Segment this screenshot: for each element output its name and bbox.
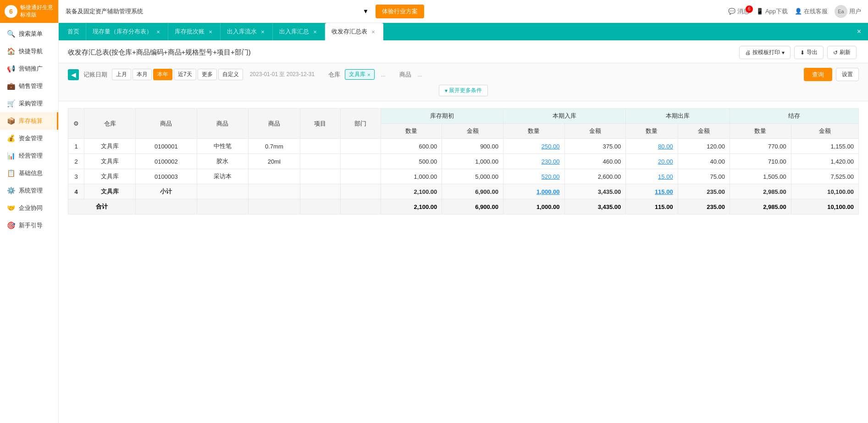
sidebar-item-newbie[interactable]: 🎯 新手引导 xyxy=(0,217,58,234)
export-icon: ⬇ xyxy=(800,49,805,56)
query-btn[interactable]: 查询 xyxy=(804,68,832,81)
tab-receive-summary[interactable]: 收发存汇总表 × xyxy=(325,23,383,40)
th-opening: 库存期初 xyxy=(381,109,503,124)
tab-home[interactable]: 首页 xyxy=(61,23,86,40)
date-btn-this-year[interactable]: 本年 xyxy=(153,69,172,80)
th-balance-amt: 金额 xyxy=(791,124,858,139)
th-balance-qty: 数量 xyxy=(730,124,791,139)
sidebar-item-operations[interactable]: 📊 经营管理 xyxy=(0,147,58,165)
message-action[interactable]: 💬 6 消息 xyxy=(728,7,749,16)
subtotal-out-qty[interactable]: 115.00 xyxy=(626,184,678,199)
sidebar-item-quick-nav[interactable]: 🏠 快捷导航 xyxy=(0,43,58,60)
cell-in-amt: 460.00 xyxy=(564,154,626,169)
subtotal-balance-amt: 10,100.00 xyxy=(791,184,858,199)
tab-flow[interactable]: 出入库流水 × xyxy=(221,23,273,40)
summary-table: ⚙ 仓库 商品 商品 商品 项目 部门 库存期初 本期入库 本期出库 结存 数量 xyxy=(68,108,859,214)
sidebar-item-inventory[interactable]: 📦 库存核算 xyxy=(0,112,58,130)
sales-icon: 💼 xyxy=(7,82,15,90)
sidebar-item-sales[interactable]: 💼 销售管理 xyxy=(0,77,58,95)
cell-in-qty[interactable]: 520.00 xyxy=(503,169,564,184)
cell-product-code: 0100003 xyxy=(136,169,197,184)
tab-inventory-dist[interactable]: 现存量（库存分布表） × xyxy=(86,23,168,40)
cell-product-name: 采访本 xyxy=(197,169,248,184)
cell-product-name: 中性笔 xyxy=(197,139,248,154)
cell-balance-amt: 7,525.00 xyxy=(791,169,858,184)
cell-warehouse: 文具库 xyxy=(84,154,136,169)
app-download-action[interactable]: 📱 App下载 xyxy=(756,7,788,16)
subtotal-in-qty[interactable]: 1,000.00 xyxy=(503,184,564,199)
cell-in-amt: 2,600.00 xyxy=(564,169,626,184)
sidebar-item-basic[interactable]: 📋 基础信息 xyxy=(0,165,58,182)
th-out: 本期出库 xyxy=(626,109,730,124)
date-btn-7days[interactable]: 近7天 xyxy=(174,69,196,80)
th-warehouse: 仓库 xyxy=(84,109,136,139)
operations-icon: 📊 xyxy=(7,152,15,160)
tab-close-flow[interactable]: × xyxy=(260,28,266,35)
date-btn-more[interactable]: 更多 xyxy=(198,69,217,80)
goods-label: 商品 xyxy=(399,71,411,79)
experience-btn[interactable]: 体验行业方案 xyxy=(376,5,424,18)
warehouse-tag: 文具库 × xyxy=(345,69,374,80)
cell-in-qty[interactable]: 250.00 xyxy=(503,139,564,154)
date-btn-custom[interactable]: 自定义 xyxy=(218,69,243,80)
table-total-row: 合计 2,100.00 6,900.00 1,000.00 3,435.00 1… xyxy=(68,199,859,214)
filter-settings-btn[interactable]: 设置 xyxy=(836,68,859,81)
sidebar-item-finance[interactable]: 💰 资金管理 xyxy=(0,130,58,147)
tab-in-out-summary[interactable]: 出入库汇总 × xyxy=(273,23,325,40)
tab-close-batch[interactable]: × xyxy=(207,28,214,35)
search-icon: 🔍 xyxy=(7,30,15,38)
date-btn-last-month[interactable]: 上月 xyxy=(112,69,131,80)
tab-close-receive-summary[interactable]: × xyxy=(370,28,376,35)
total-empty4 xyxy=(300,199,341,214)
th-in: 本期入库 xyxy=(503,109,625,124)
cell-in-qty[interactable]: 230.00 xyxy=(503,154,564,169)
refresh-btn[interactable]: ↺ 刷新 xyxy=(827,46,857,59)
warehouse-tag-close[interactable]: × xyxy=(367,72,370,77)
user-action[interactable]: Ea 用户 xyxy=(835,5,861,18)
cell-out-amt: 120.00 xyxy=(678,139,730,154)
tabbar-close-btn[interactable]: × xyxy=(852,27,866,36)
total-balance-amt: 10,100.00 xyxy=(791,199,858,214)
total-empty1 xyxy=(136,199,197,214)
total-out-amt: 235.00 xyxy=(678,199,730,214)
th-settings: ⚙ xyxy=(68,109,84,139)
sidebar-item-marketing[interactable]: 📢 营销推广 xyxy=(0,60,58,77)
online-service-action[interactable]: 👤 在线客服 xyxy=(795,7,828,16)
sidebar-item-enterprise[interactable]: 🤝 企业协同 xyxy=(0,199,58,217)
cell-out-qty[interactable]: 20.00 xyxy=(626,154,678,169)
total-in-amt: 3,435.00 xyxy=(564,199,626,214)
date-btn-this-month[interactable]: 本月 xyxy=(133,69,152,80)
sidebar-item-search[interactable]: 🔍 搜索菜单 xyxy=(0,25,58,43)
sidebar-item-purchase[interactable]: 🛒 采购管理 xyxy=(0,95,58,112)
cell-opening-qty: 500.00 xyxy=(381,154,442,169)
tab-close-in-out-summary[interactable]: × xyxy=(312,28,318,35)
cell-out-qty[interactable]: 15.00 xyxy=(626,169,678,184)
warehouse-more[interactable]: ... xyxy=(381,71,386,78)
th-product-spec: 商品 xyxy=(248,109,300,139)
system-dropdown[interactable]: ▼ xyxy=(363,8,369,15)
expand-btn[interactable]: ▾ 展开更多条件 xyxy=(439,85,488,96)
table-row: 1 文具库 0100001 中性笔 0.7mm 600.00 900.00 25… xyxy=(68,139,859,154)
goods-more[interactable]: ... xyxy=(418,71,422,78)
cell-balance-amt: 1,155.00 xyxy=(791,139,858,154)
filter-toggle-btn[interactable]: ◀ xyxy=(68,69,79,80)
newbie-icon: 🎯 xyxy=(7,221,15,230)
cell-out-qty[interactable]: 80.00 xyxy=(626,139,678,154)
cell-product-code: 0100001 xyxy=(136,139,197,154)
export-btn[interactable]: ⬇ 导出 xyxy=(794,46,824,59)
th-opening-amt: 金额 xyxy=(442,124,503,139)
cell-balance-qty: 710.00 xyxy=(730,154,791,169)
tab-batch[interactable]: 库存批次账 × xyxy=(168,23,221,40)
cell-out-amt: 40.00 xyxy=(678,154,730,169)
cell-department xyxy=(340,154,381,169)
cell-product-name: 胶水 xyxy=(197,154,248,169)
cell-opening-amt: 900.00 xyxy=(442,139,503,154)
cell-project xyxy=(300,169,341,184)
sidebar-item-system[interactable]: ⚙️ 系统管理 xyxy=(0,182,58,199)
message-badge: 6 xyxy=(746,5,753,13)
cell-balance-qty: 1,505.00 xyxy=(730,169,791,184)
print-btn[interactable]: 🖨 按模板打印 ▾ xyxy=(739,46,791,59)
subtotal-opening-amt: 6,900.00 xyxy=(442,184,503,199)
chevron-down-icon: ▾ xyxy=(782,49,785,56)
tab-close-inventory-dist[interactable]: × xyxy=(155,28,161,35)
